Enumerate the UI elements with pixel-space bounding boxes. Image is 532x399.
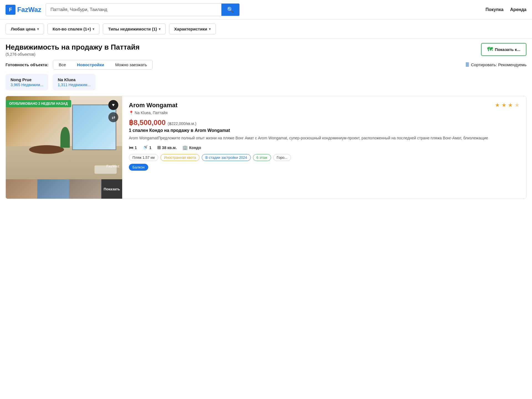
listing-price-per-sqm: (฿222,000/кв.м.) — [168, 121, 196, 126]
filters-bar: Любая цена ▾ Кол-во спален (1+) ▾ Типы н… — [0, 20, 532, 39]
readiness-tabs: Все Новостройки Можно заезжать — [53, 60, 153, 70]
logo[interactable]: F FazWaz — [6, 5, 41, 15]
listing-main-image[interactable]: ОПУБЛИКОВАНО 2 НЕДЕЛИ НАЗАД ♥ ⇄ FazWaz — [6, 96, 122, 179]
listing-info: Arom Wongamat ★ ★ ★ ★ 📍 Na Kluea, Паттай… — [122, 96, 526, 199]
published-badge: ОПУБЛИКОВАНО 2 НЕДЕЛИ НАЗАД — [6, 100, 71, 107]
search-bar: 🔍 — [46, 3, 240, 16]
tab-ready[interactable]: Можно заезжать — [110, 60, 153, 69]
show-more-label: Показать — [104, 187, 120, 191]
search-icon: 🔍 — [227, 6, 234, 13]
tag-city: Горо... — [273, 154, 291, 161]
filter-price-label: Любая цена — [11, 27, 35, 31]
location-pin-icon: 📍 — [129, 111, 134, 115]
location-chip-count: 1,311 Недвижим... — [58, 83, 90, 87]
logo-text: FazWaz — [17, 6, 41, 14]
thumbnail-1[interactable] — [6, 179, 37, 199]
listing-extra-tags: Балкон — [129, 164, 520, 171]
search-input[interactable] — [46, 4, 221, 16]
filter-price[interactable]: Любая цена ▾ — [6, 24, 44, 34]
location-chip-nong-prue[interactable]: Nong Prue 3,965 Недвижим... — [6, 74, 48, 90]
tag-foreign-quota: Иностранная квота — [160, 154, 200, 161]
page-title: Недвижимость на продажу в Паттайя — [6, 43, 140, 52]
show-more-images-button[interactable]: Показать — [101, 179, 122, 199]
listing-header: Arom Wongamat ★ ★ ★ ★ — [129, 102, 520, 109]
fazwaz-watermark: FazWaz — [106, 164, 119, 168]
area-icon: ⊞ — [157, 145, 161, 150]
star-filled-3: ★ — [508, 102, 513, 108]
listing-location: 📍 Na Kluea, Паттайя — [129, 111, 520, 115]
listing-price: ฿8,500,000 (฿222,000/кв.м.) — [129, 118, 520, 127]
search-button[interactable]: 🔍 — [221, 4, 239, 16]
building-icon: 🏢 — [182, 145, 188, 150]
sort-icon: ≣ — [465, 62, 469, 68]
listing-price-value: ฿8,500,000 — [129, 118, 166, 127]
page-title-section: Недвижимость на продажу в Паттайя (5,276… — [6, 43, 140, 57]
tag-floor: 6 этаж — [253, 154, 271, 161]
map-button[interactable]: 🗺 Показать к... — [481, 43, 526, 56]
listing-location-text: Na Kluea, Паттайя — [135, 111, 168, 115]
listing-thumbnails: Показать — [6, 179, 122, 199]
listing-stars: ★ ★ ★ ★ — [495, 102, 520, 108]
chevron-down-icon: ▾ — [209, 27, 211, 31]
star-half: ★ — [515, 102, 520, 108]
listing-card: ОПУБЛИКОВАНО 2 НЕДЕЛИ НАЗАД ♥ ⇄ FazWaz П… — [6, 96, 526, 199]
logo-icon: F — [6, 5, 16, 15]
main-content: Недвижимость на продажу в Паттайя (5,276… — [0, 39, 532, 208]
filter-type[interactable]: Типы недвижимости (1) ▾ — [103, 24, 165, 34]
spec-bedrooms: 🛏 1 — [129, 145, 137, 150]
spec-bathrooms: 🚿 1 — [142, 145, 152, 150]
thumbnail-3[interactable] — [70, 179, 101, 199]
favorite-button[interactable]: ♥ — [108, 100, 118, 110]
nav-rent[interactable]: Аренда — [510, 7, 526, 12]
tab-new-builds[interactable]: Новостройки — [71, 60, 110, 69]
bed-icon: 🛏 — [129, 145, 133, 150]
apt-floor — [6, 146, 122, 179]
apt-interior-visual — [6, 96, 122, 179]
bath-icon: 🚿 — [142, 145, 148, 150]
tag-balcony: Балкон — [129, 164, 148, 171]
location-chip-name: Nong Prue — [11, 77, 43, 82]
filter-bedrooms[interactable]: Кол-во спален (1+) ▾ — [47, 24, 100, 34]
spec-bedrooms-value: 1 — [135, 145, 137, 150]
readiness-label: Готовность объекта: — [6, 62, 48, 67]
location-chip-na-kluea[interactable]: Na Kluea 1,311 Недвижим... — [53, 74, 95, 90]
compare-button[interactable]: ⇄ — [108, 112, 118, 122]
sort-button[interactable]: ≣ Сортировать: Рекомендуемь — [465, 62, 526, 68]
nav-buy[interactable]: Покупка — [485, 7, 503, 12]
location-chip-count: 3,965 Недвижим... — [11, 83, 43, 87]
filter-type-label: Типы недвижимости (1) — [108, 27, 157, 31]
listing-specs: 🛏 1 🚿 1 ⊞ 38 кв.м. 🏢 Кондо — [129, 145, 520, 150]
spec-type-value: Кондо — [189, 145, 201, 150]
listing-subtitle: 1 спален Кондо на продажу в Arom Wongama… — [129, 128, 520, 133]
location-chips: Nong Prue 3,965 Недвижим... Na Kluea 1,3… — [6, 74, 526, 90]
thumbnail-2[interactable] — [38, 179, 69, 199]
tag-construction-year: В стадии застройки 2024 — [202, 154, 250, 161]
page-count: (5,276 объектов) — [6, 52, 140, 57]
chevron-down-icon: ▾ — [93, 27, 94, 31]
map-icon: 🗺 — [487, 46, 493, 53]
page-header: Недвижимость на продажу в Паттайя (5,276… — [6, 43, 526, 57]
tag-beach: Пляж 1.57 км — [129, 154, 158, 161]
star-filled-1: ★ — [495, 102, 500, 108]
apt-plant — [60, 127, 70, 148]
chevron-down-icon: ▾ — [159, 27, 160, 31]
filter-features-label: Характеристики — [174, 27, 207, 31]
listing-tags: Пляж 1.57 км Иностранная квота В стадии … — [129, 154, 520, 161]
tab-all[interactable]: Все — [53, 60, 71, 69]
listing-image-section: ОПУБЛИКОВАНО 2 НЕДЕЛИ НАЗАД ♥ ⇄ FazWaz П… — [6, 96, 122, 199]
location-chip-name: Na Kluea — [58, 77, 90, 82]
chevron-down-icon: ▾ — [37, 27, 39, 31]
listing-title[interactable]: Arom Wongamat — [129, 102, 178, 109]
star-filled-2: ★ — [502, 102, 507, 108]
spec-type: 🏢 Кондо — [182, 145, 201, 150]
filter-bedrooms-label: Кол-во спален (1+) — [53, 27, 91, 31]
readiness-row: Готовность объекта: Все Новостройки Можн… — [6, 60, 526, 70]
listing-description: Arom WongamatПредложите полный опыт жизн… — [129, 135, 520, 141]
header: F FazWaz 🔍 Покупка Аренда — [0, 0, 532, 20]
listing-image-actions: ♥ ⇄ — [108, 100, 118, 122]
spec-bathrooms-value: 1 — [149, 145, 152, 150]
map-button-label: Показать к... — [495, 47, 520, 52]
spec-area-value: 38 кв.м. — [162, 145, 177, 150]
filter-features[interactable]: Характеристики ▾ — [169, 24, 216, 34]
nav: Покупка Аренда — [485, 7, 526, 12]
